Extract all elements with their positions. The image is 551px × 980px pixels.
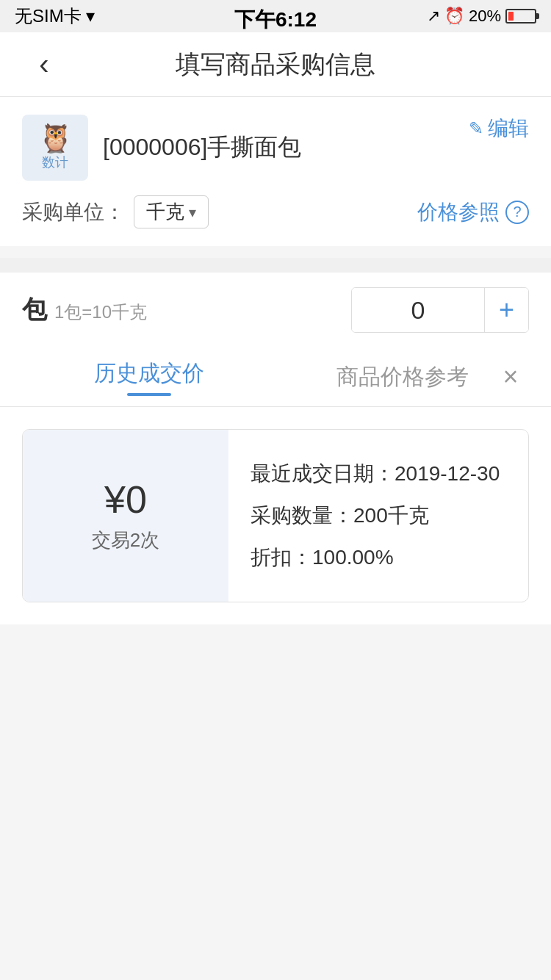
recent-date-value: 2019-12-30 [395,462,500,485]
product-full-name: [0000006]手撕面包 [103,131,301,164]
edit-icon: ✎ [469,118,483,139]
price-reference-button[interactable]: 价格参照 ? [417,198,529,226]
status-time: 下午6:12 [234,6,317,34]
help-icon: ? [505,201,529,224]
discount-label: 折扣： [251,546,312,569]
history-purchase-qty: 采购数量：200千克 [251,501,506,530]
history-card-right: 最近成交日期：2019-12-30 采购数量：200千克 折扣：100.00% [228,430,528,602]
product-image: 🦉 数计 [22,115,88,181]
discount-value: 100.00% [312,546,394,569]
battery-percent: 20% [469,7,501,26]
carrier-text: 无SIM卡 ▾ [15,4,95,28]
nav-bar: ‹ 填写商品采购信息 [0,32,551,97]
product-card: 🦉 数计 [0000006]手撕面包 ✎ 编辑 采购单位： 千克 ▾ 价格参照 … [0,97,551,246]
status-right: ↗ ⏰ 20% [427,7,536,26]
product-header: 🦉 数计 [0000006]手撕面包 ✎ 编辑 [22,115,529,181]
history-card: ¥0 交易2次 最近成交日期：2019-12-30 采购数量：200千克 折扣：… [22,429,529,602]
back-button[interactable]: ‹ [22,43,66,87]
main-background [0,624,551,980]
tabs-row: 历史成交价 商品价格参考 × [0,347,551,407]
price-ref-label: 价格参照 [417,198,500,226]
quantity-control: + [351,287,529,333]
tab-history-label: 历史成交价 [94,359,204,389]
unit-value: 千克 [146,199,184,225]
edit-button[interactable]: ✎ 编辑 [469,115,529,143]
product-info: 🦉 数计 [0000006]手撕面包 [22,115,301,181]
purchase-qty-label: 采购数量： [251,504,353,527]
history-recent-date: 最近成交日期：2019-12-30 [251,459,506,488]
tab-product-price-ref[interactable]: 商品价格参考 [276,347,529,406]
history-card-left: ¥0 交易2次 [23,430,228,602]
product-footer: 采购单位： 千克 ▾ 价格参照 ? [22,195,529,228]
history-price: ¥0 [104,478,147,522]
status-bar: 无SIM卡 ▾ 下午6:12 ↗ ⏰ 20% [0,0,551,32]
edit-label: 编辑 [488,115,529,143]
tab-close-button[interactable]: × [492,359,529,395]
tab-active-indicator [127,393,171,396]
status-left: 无SIM卡 ▾ [15,4,95,28]
recent-date-label: 最近成交日期： [251,462,395,485]
alarm-icon: ⏰ [444,7,464,26]
history-trade-count: 交易2次 [92,527,159,553]
tab-history-price[interactable]: 历史成交价 [22,347,276,406]
unit-selector: 采购单位： 千克 ▾ [22,195,209,228]
unit-dropdown[interactable]: 千克 ▾ [134,195,209,228]
section-divider [0,258,551,273]
quantity-plus-button[interactable]: + [484,288,528,332]
history-discount: 折扣：100.00% [251,543,506,572]
quantity-label: 包 1包=10千克 [22,293,147,327]
battery-icon [505,9,536,24]
panel-section: 历史成交价 商品价格参考 × ¥0 交易2次 最近成交日期：2019-12-30… [0,347,551,624]
product-logo-icon: 🦉 [38,124,73,152]
tab-price-ref-label: 商品价格参考 [336,362,469,392]
product-logo-sub: 数计 [42,154,68,171]
quantity-conversion: 1包=10千克 [54,300,147,324]
purchase-qty-value: 200千克 [353,504,429,527]
quantity-input[interactable] [352,288,484,332]
quantity-unit: 包 [22,293,47,327]
history-content: ¥0 交易2次 最近成交日期：2019-12-30 采购数量：200千克 折扣：… [0,407,551,624]
unit-label: 采购单位： [22,198,125,226]
dropdown-arrow-icon: ▾ [189,203,196,221]
location-icon: ↗ [427,7,440,26]
quantity-row: 包 1包=10千克 + [0,273,551,347]
page-title: 填写商品采购信息 [176,48,375,82]
